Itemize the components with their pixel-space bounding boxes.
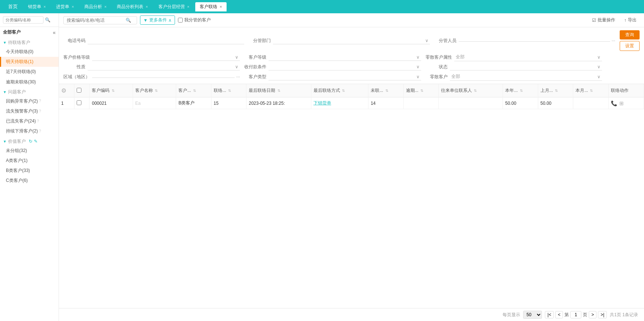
grid-action-icon[interactable]: ⊞ — [619, 100, 624, 106]
person-dots[interactable]: ··· — [612, 38, 615, 43]
sort-name-icon[interactable]: ⇅ — [155, 89, 158, 93]
select-all-checkbox[interactable] — [77, 88, 81, 93]
nav-customer-tier[interactable]: 客户分层经营× — [154, 2, 194, 11]
cust-type-arrow: ∨ — [416, 74, 420, 79]
sort-method-icon[interactable]: ⇅ — [342, 89, 345, 93]
sidebar-item-class-b[interactable]: B类客户(33) — [0, 166, 59, 176]
nav-customer-contact-close[interactable]: × — [220, 4, 222, 9]
table-settings-icon[interactable]: ⚙ — [61, 87, 66, 94]
sort-thismonth-icon[interactable]: ⇅ — [590, 89, 593, 93]
my-customers-checkbox[interactable]: 我分管的客户 — [178, 17, 211, 23]
sort-overdue-icon[interactable]: ⇅ — [420, 89, 423, 93]
next-page-button[interactable]: > — [589, 311, 596, 318]
total-label: 共1页 1条记录 — [610, 312, 638, 318]
batch-op-icon: ☑ — [592, 18, 596, 23]
per-page-select[interactable]: 50 100 200 — [523, 311, 542, 319]
nav-analysis-list[interactable]: 商品分析列表× — [112, 2, 152, 11]
retail-cust-select[interactable]: 全部 ∨ — [450, 73, 602, 81]
sort-code-icon[interactable]: ⇅ — [112, 89, 115, 93]
sidebar-item-class-a[interactable]: A类客户(1) — [0, 156, 59, 166]
sidebar-item-churn-warning[interactable]: 流失预警客户(3) ? — [0, 106, 59, 116]
edit-icon[interactable]: ✎ — [34, 139, 38, 144]
col-code: 客户编码 ⇅ — [90, 84, 133, 97]
col-settings: ⚙ — [59, 84, 74, 97]
row-index: 1 — [59, 97, 74, 109]
person-select[interactable] — [459, 40, 610, 42]
retail-cust-arrow: ∨ — [597, 74, 601, 79]
col-action: 联络动作 — [608, 84, 644, 97]
retail-attr-select[interactable]: 全部 ∨ — [454, 53, 602, 61]
status-select[interactable]: ∨ — [450, 63, 602, 70]
nav-home[interactable]: 首页 — [4, 2, 22, 11]
all-customers-header[interactable]: 全部客户 « — [0, 27, 59, 38]
last-page-button[interactable]: >| — [598, 311, 607, 318]
last-method-link[interactable]: 下销货单 — [314, 100, 331, 106]
col-checkbox — [74, 84, 90, 97]
sidebar-search-icon[interactable]: 🔍 — [45, 17, 50, 23]
query-button[interactable]: 查询 — [620, 30, 640, 39]
status-arrow: ∨ — [597, 64, 601, 69]
sort-nocontact-icon[interactable]: ⇅ — [385, 89, 388, 93]
payment-select[interactable]: ∨ — [269, 63, 421, 70]
region-dots[interactable]: ··· — [236, 74, 240, 79]
row-contacts: 15 — [211, 97, 246, 109]
filter-price-level: 客户价格等级 ∨ — [63, 54, 240, 61]
sidebar-item-7days[interactable]: 近7天待联络(0) — [0, 67, 59, 77]
nav-analysis[interactable]: 商品分析× — [80, 2, 111, 11]
price-level-arrow: ∨ — [235, 55, 238, 60]
cust-type-select[interactable]: ∨ — [269, 73, 421, 80]
nav-analysis-close[interactable]: × — [104, 4, 106, 9]
retail-attr-arrow: ∨ — [597, 55, 601, 60]
phone-action-icon[interactable]: 📞 — [611, 100, 617, 106]
nav-analysis-list-close[interactable]: × — [146, 4, 148, 9]
sort-date-icon[interactable]: ⇅ — [277, 89, 280, 93]
sidebar-item-churned[interactable]: 已流失客户(24) ? — [0, 116, 59, 126]
group-triangle-icon2: ▼ — [3, 90, 7, 94]
prev-page-button[interactable]: < — [555, 311, 563, 318]
search-input[interactable] — [67, 18, 126, 23]
phone-input[interactable] — [88, 37, 244, 44]
nav-customer-tier-close[interactable]: × — [187, 4, 189, 9]
sidebar-item-ungrouped[interactable]: 未分组(32) — [0, 146, 59, 156]
dept-select[interactable]: ∨ — [273, 37, 430, 44]
sidebar-item-declining[interactable]: 持续下滑客户(2) ? — [0, 126, 59, 136]
sidebar-search-input[interactable] — [3, 16, 43, 24]
filter-icon: ▼ — [143, 18, 148, 23]
refresh-icon[interactable]: ↻ — [29, 139, 32, 144]
row-select-checkbox[interactable] — [77, 100, 81, 105]
group-triangle-icon3: ▼ — [3, 139, 7, 144]
sort-year-icon[interactable]: ⇅ — [520, 89, 523, 93]
set-button[interactable]: 设置 — [620, 41, 640, 51]
sidebar-item-tomorrow[interactable]: 明天待联络(1) — [0, 57, 59, 67]
sidebar-item-repurchase[interactable]: 回购异常客户(2) ? — [0, 96, 59, 106]
sort-person-icon[interactable]: ⇅ — [474, 89, 477, 93]
batch-op-button[interactable]: ☑ 批量操作 — [589, 16, 618, 24]
nav-customer-contact[interactable]: 客户联络× — [195, 2, 226, 11]
more-filter-button[interactable]: ▼ 更多条件 ∧ — [140, 15, 175, 25]
collapse-icon: « — [53, 30, 56, 35]
dept-arrow-icon: ∨ — [425, 38, 428, 43]
search-icon[interactable]: 🔍 — [126, 18, 131, 23]
nav-purchase-close[interactable]: × — [71, 4, 74, 9]
nav-sales-close[interactable]: × — [43, 4, 46, 9]
nav-sales[interactable]: 销货单× — [24, 2, 50, 11]
export-button[interactable]: ↑ 导出 — [621, 16, 640, 24]
page-input[interactable] — [570, 311, 581, 318]
nav-purchase[interactable]: 进货单× — [52, 2, 78, 11]
filter-retail-cust: 零散客户 全部 ∨ — [426, 73, 602, 81]
sidebar-item-today[interactable]: 今天待联络(0) — [0, 47, 59, 57]
nature-select[interactable]: ∨ — [88, 63, 240, 70]
sort-type-icon[interactable]: ⇅ — [193, 89, 196, 93]
my-customers-check-input[interactable] — [178, 18, 183, 23]
cust-level-select[interactable]: ∨ — [269, 54, 421, 61]
page-label: 第 — [564, 312, 569, 318]
first-page-button[interactable]: |< — [545, 311, 554, 318]
sort-lastmonth-icon[interactable]: ⇅ — [555, 89, 558, 93]
row-this-month — [573, 97, 608, 109]
sidebar-item-class-c[interactable]: C类客户(6) — [0, 176, 59, 186]
sidebar-item-overdue[interactable]: 逾期未联络(30) — [0, 77, 59, 87]
price-level-select[interactable]: ∨ — [92, 54, 240, 61]
filter-nature: 性质 ∨ — [63, 63, 240, 70]
sort-contacts-icon[interactable]: ⇅ — [228, 89, 231, 93]
region-select[interactable] — [92, 76, 235, 78]
